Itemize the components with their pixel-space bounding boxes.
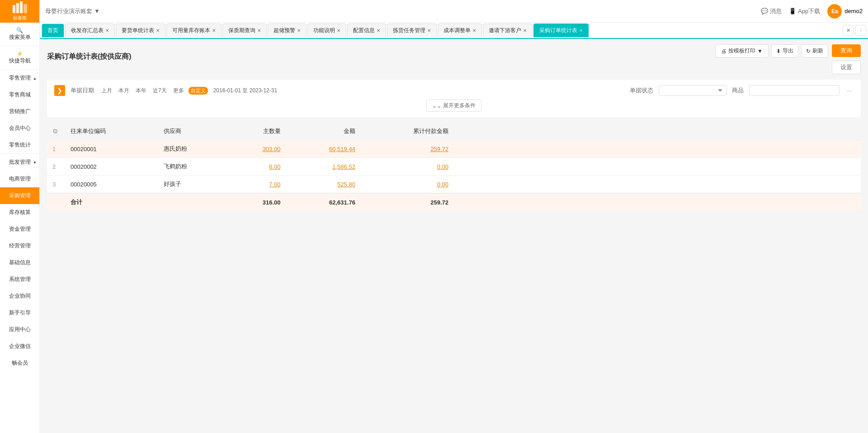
row-num: 3: [47, 176, 65, 194]
tab-receive-label: 收发存汇总表: [71, 27, 104, 34]
tab-func[interactable]: 功能说明 ✕: [307, 24, 346, 37]
app-download-button[interactable]: 📱 App下载: [789, 7, 820, 15]
tab-invite[interactable]: 邀请下游客户 ✕: [483, 24, 533, 37]
shortcut-this-month[interactable]: 本月: [117, 86, 131, 95]
shortcut-7days[interactable]: 近7天: [151, 86, 169, 95]
tab-close-all-button[interactable]: ✕: [843, 25, 854, 36]
goods-more-icon[interactable]: ···: [845, 87, 854, 94]
tab-invite-close[interactable]: ✕: [523, 28, 527, 33]
shortcut-last-month[interactable]: 上月: [99, 86, 114, 95]
tab-inventory-book-close[interactable]: ✕: [212, 28, 216, 33]
row-code: 00020002: [65, 158, 158, 176]
tab-overstock[interactable]: 超储预警 ✕: [268, 24, 307, 37]
sidebar-item-marketing[interactable]: 营销推广: [0, 103, 39, 120]
tab-goods-stat-close[interactable]: ✕: [156, 28, 160, 33]
sidebar-item-member[interactable]: 会员中心: [0, 120, 39, 137]
custom-date-badge[interactable]: 自定义: [189, 87, 208, 95]
query-button[interactable]: 查询: [832, 44, 861, 57]
expand-filter-button[interactable]: ⌄⌄ 展开更多条件: [426, 100, 481, 112]
filter-toggle-button[interactable]: ❯: [54, 85, 65, 96]
tab-cost-adjust[interactable]: 成本调整单 ✕: [438, 24, 482, 37]
user-profile[interactable]: Ea demo2: [827, 4, 863, 19]
tab-purchase-stat[interactable]: 采购订单统计表 ✕: [533, 24, 589, 37]
sidebar-item-shortcut[interactable]: ⚡ 快捷导航: [0, 46, 39, 70]
sidebar-item-system[interactable]: 系统管理: [0, 271, 39, 288]
sidebar-item-newbie[interactable]: 新手引导: [0, 305, 39, 321]
sidebar-item-apps[interactable]: 应用中心: [0, 321, 39, 338]
sidebar-logo[interactable]: 标量图: [0, 0, 39, 23]
print-button[interactable]: 🖨 按模板打印 ▼: [715, 44, 769, 57]
tab-receive[interactable]: 收发存汇总表 ✕: [65, 24, 115, 37]
tab-expiry-close[interactable]: ✕: [257, 28, 261, 33]
table-footer-row: 合计 316.00 62,631.76 259.72: [47, 193, 861, 211]
shortcut-more[interactable]: 更多: [171, 86, 186, 95]
row-amount[interactable]: 60,519.44: [286, 140, 361, 158]
export-button[interactable]: ⬇ 导出: [771, 44, 798, 57]
sidebar-item-inventory[interactable]: 库存核算: [0, 204, 39, 221]
account-dropdown[interactable]: 母婴行业演示账套 ▼: [45, 7, 100, 15]
footer-qty: 316.00: [228, 193, 286, 211]
row-qty[interactable]: 303.00: [228, 140, 286, 158]
main-content: 母婴行业演示账套 ▼ 💬 消息 📱 App下载 Ea demo2 首页 收发存汇…: [40, 0, 868, 433]
tab-invite-label: 邀请下游客户: [489, 27, 521, 34]
refresh-button[interactable]: ↻ 刷新: [801, 44, 828, 57]
row-qty[interactable]: 6.00: [228, 158, 286, 176]
tab-pick-task[interactable]: 拣货任务管理 ✕: [387, 24, 437, 37]
sidebar-item-vip[interactable]: 畅会员: [0, 355, 39, 371]
tab-config[interactable]: 配置信息 ✕: [347, 24, 386, 37]
tab-purchase-stat-close[interactable]: ✕: [579, 28, 583, 33]
table-row[interactable]: 3 00020005 好孩子 7.00 525.80 0.00: [47, 176, 861, 194]
sidebar-item-retail-shop[interactable]: 零售商城: [0, 86, 39, 103]
sidebar-section-retail: 零售管理 零售商城 营销推广 会员中心 零售统计: [0, 70, 39, 154]
tab-pick-task-label: 拣货任务管理: [393, 27, 425, 34]
tab-func-close[interactable]: ✕: [337, 28, 340, 33]
table-row[interactable]: 1 00020001 惠氏奶粉 303.00 60,519.44 259.72: [47, 140, 861, 158]
tab-expiry[interactable]: 保质期查询 ✕: [222, 24, 267, 37]
sidebar-item-retail[interactable]: 零售管理: [0, 70, 39, 86]
tab-overstock-close[interactable]: ✕: [297, 28, 301, 33]
table-row[interactable]: 2 00020002 飞鹤奶粉 6.00 1,586.52 0.00: [47, 158, 861, 176]
row-amount[interactable]: 525.80: [286, 176, 361, 194]
sidebar-item-retail-stats[interactable]: 零售统计: [0, 137, 39, 153]
footer-amount: 62,631.76: [286, 193, 361, 211]
sidebar-item-wechat[interactable]: 企业微信: [0, 338, 39, 355]
column-settings-icon[interactable]: ⚙: [52, 128, 58, 135]
message-button[interactable]: 💬 消息: [761, 7, 782, 15]
shortcut-this-year[interactable]: 本年: [134, 86, 148, 95]
tab-purchase-stat-label: 采购订单统计表: [539, 27, 577, 34]
row-paid[interactable]: 0.00: [361, 176, 454, 194]
logo-text: 标量图: [13, 15, 27, 21]
dropdown-arrow-icon: ▼: [94, 8, 100, 14]
row-paid[interactable]: 0.00: [361, 158, 454, 176]
row-qty[interactable]: 7.00: [228, 176, 286, 194]
row-amount[interactable]: 1,586.52: [286, 158, 361, 176]
tab-home[interactable]: 首页: [42, 24, 64, 37]
tab-menu-button[interactable]: ⋮: [855, 25, 866, 36]
sidebar-item-search[interactable]: 🔍 搜索英单: [0, 23, 39, 46]
col-header-supplier: 供应商: [158, 123, 228, 140]
tab-cost-adjust-close[interactable]: ✕: [472, 28, 476, 33]
sidebar-item-finance[interactable]: 资金管理: [0, 221, 39, 238]
avatar: Ea: [827, 4, 842, 19]
tab-inventory-book[interactable]: 可用量库存账本 ✕: [166, 24, 222, 37]
tab-goods-stat[interactable]: 要货单统计表 ✕: [116, 24, 165, 37]
sidebar-item-ecommerce[interactable]: 电商管理: [0, 171, 39, 187]
date-range-display: 2016-01-01 至 2023-12-31: [213, 87, 277, 95]
tab-receive-close[interactable]: ✕: [105, 28, 109, 33]
sidebar-item-basic[interactable]: 基础信息: [0, 254, 39, 271]
sidebar-item-wholesale[interactable]: 批发管理: [0, 154, 39, 171]
row-paid[interactable]: 259.72: [361, 140, 454, 158]
message-icon: 💬: [761, 8, 768, 14]
purchase-table: ⚙ 往来单位编码 供应商 主数量 金额 累计付款金额 1 00020001 惠氏…: [47, 123, 861, 211]
status-select[interactable]: 待审核 已审核: [659, 85, 726, 96]
settings-button[interactable]: 设置: [832, 61, 861, 74]
tab-config-close[interactable]: ✕: [377, 28, 380, 33]
sidebar-item-ops[interactable]: 经营管理: [0, 238, 39, 254]
svg-rect-1: [16, 3, 19, 13]
print-dropdown-icon: ▼: [757, 48, 763, 54]
goods-input[interactable]: [749, 85, 840, 96]
tabbar-actions: ✕ ⋮: [843, 25, 866, 36]
tab-pick-task-close[interactable]: ✕: [427, 28, 431, 33]
sidebar-item-enterprise[interactable]: 企业协同: [0, 288, 39, 305]
sidebar-item-purchase[interactable]: 采购管理: [0, 187, 39, 204]
